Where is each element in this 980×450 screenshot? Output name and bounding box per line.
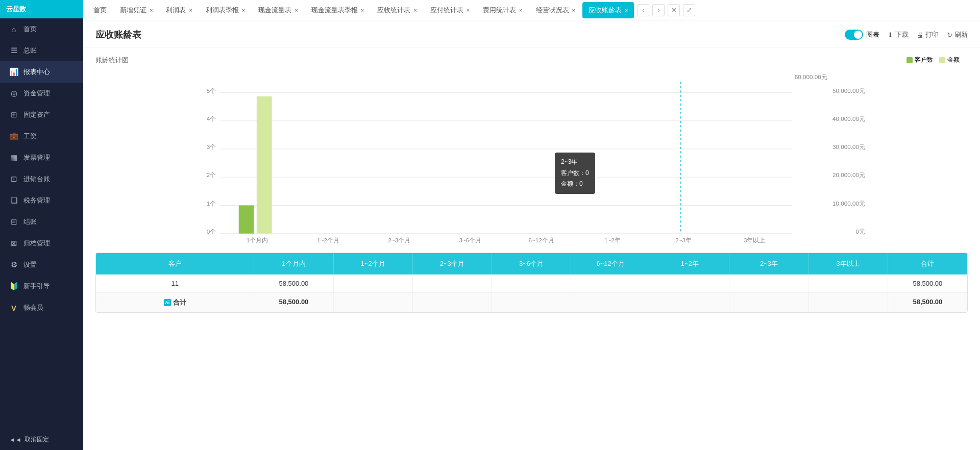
svg-text:1个: 1个 — [207, 200, 216, 207]
th-y23: 2~3年 — [729, 253, 808, 274]
tf-y3p — [809, 293, 888, 312]
sidebar-item-invoice[interactable]: ▦ 发票管理 — [0, 147, 83, 168]
svg-text:60,000.00元: 60,000.00元 — [795, 73, 827, 80]
chart-area: 账龄统计图 客户数 金额 0个 1个 2个 3个 4个 — [83, 47, 980, 253]
th-y12: 1~2年 — [650, 253, 729, 274]
tab-nav-next[interactable]: › — [652, 4, 665, 16]
sidebar-item-home[interactable]: ⌂ 首页 — [0, 18, 83, 40]
th-customer: 客户 — [96, 253, 254, 274]
tab-close-all[interactable]: ✕ — [668, 4, 680, 16]
th-m1: 1个月内 — [254, 253, 333, 274]
page-actions: 图表 ⬇ 下载 🖨 打印 ↻ 刷新 — [845, 30, 968, 40]
tab-home[interactable]: 首页 — [87, 2, 113, 18]
table-area: 客户 1个月内 1~2个月 2~3个月 3~6个月 6~12个月 1~2年 2~… — [95, 253, 968, 313]
salary-icon: 💼 — [9, 132, 18, 141]
tab-cashflow[interactable]: 现金流量表 × — [252, 2, 304, 18]
td-m1: 58,500.00 — [254, 274, 333, 292]
th-y3p: 3年以上 — [809, 253, 888, 274]
tax-icon: ❑ — [9, 196, 18, 205]
tab-voucher[interactable]: 新增凭证 × — [114, 2, 159, 18]
sidebar-item-label: 进销台账 — [23, 174, 50, 184]
sidebar-item-label: 税务管理 — [23, 196, 50, 205]
sidebar-item-funds[interactable]: ◎ 资金管理 — [0, 83, 83, 104]
sidebar-unpin-button[interactable]: ◄◄ 取消固定 — [0, 429, 83, 450]
tab-close-expense-stats[interactable]: × — [519, 7, 522, 13]
sidebar-item-reports[interactable]: 📊 报表中心 — [0, 61, 83, 83]
chart-svg: 0个 1个 2个 3个 4个 5个 0元 10,000.00元 20,000.0… — [95, 71, 968, 244]
svg-text:20,000.00元: 20,000.00元 — [832, 171, 865, 178]
svg-text:6~12个月: 6~12个月 — [528, 237, 554, 243]
sidebar: 云星数 ⌂ 首页 ☰ 总账 📊 报表中心 ◎ 资金管理 ⊞ 固定资产 💼 工资 … — [0, 0, 83, 450]
ledger-icon: ☰ — [9, 46, 18, 55]
sidebar-item-label: 工资 — [23, 132, 37, 141]
tf-m1: 58,500.00 — [254, 293, 333, 312]
sidebar-item-close[interactable]: ⊟ 结账 — [0, 211, 83, 233]
sidebar-item-label: 首页 — [23, 24, 37, 34]
sidebar-item-ledger[interactable]: ☰ 总账 — [0, 40, 83, 61]
tab-close-ar-stats[interactable]: × — [413, 7, 416, 13]
chart-toggle[interactable] — [845, 30, 863, 40]
refresh-button[interactable]: ↻ 刷新 — [947, 30, 968, 39]
tab-close-cashflow-season[interactable]: × — [361, 7, 364, 13]
svg-text:1~2个月: 1~2个月 — [317, 237, 339, 243]
print-button[interactable]: 🖨 打印 — [917, 30, 939, 39]
th-total: 合计 — [888, 253, 967, 274]
tf-m612 — [571, 293, 650, 312]
sidebar-item-archive[interactable]: ⊠ 归档管理 — [0, 233, 83, 254]
tab-nav-prev[interactable]: ‹ — [637, 4, 649, 16]
sidebar-item-vip[interactable]: V 畅会员 — [0, 297, 83, 318]
td-m612 — [571, 274, 650, 292]
bar-amount-0 — [257, 96, 272, 234]
legend-amount-label: 金额 — [947, 56, 960, 64]
tab-close-ar-aging[interactable]: × — [625, 7, 628, 13]
tf-y12 — [650, 293, 729, 312]
tab-ar-stats[interactable]: 应收统计表 × — [371, 2, 423, 18]
tab-profit[interactable]: 利润表 × — [160, 2, 198, 18]
tab-close-profit-season[interactable]: × — [242, 7, 245, 13]
close-accounts-icon: ⊟ — [9, 217, 18, 227]
svg-text:3年以上: 3年以上 — [744, 237, 766, 243]
tab-close-ap-stats[interactable]: × — [467, 7, 470, 13]
page-title: 应收账龄表 — [95, 29, 141, 41]
legend-amount-dot — [939, 57, 945, 63]
sidebar-item-settings[interactable]: ⚙ 设置 — [0, 254, 83, 276]
sidebar-item-label: 设置 — [23, 260, 37, 269]
tab-expense-stats[interactable]: 费用统计表 × — [477, 2, 528, 18]
table-footer: Ai 合计 58,500.00 58,500.00 — [96, 293, 967, 312]
svg-text:2~3年: 2~3年 — [675, 237, 692, 243]
footer-icon: Ai — [164, 299, 171, 306]
tab-ar-aging[interactable]: 应收账龄表 × — [582, 2, 634, 18]
sidebar-item-assets[interactable]: ⊞ 固定资产 — [0, 104, 83, 126]
sidebar-item-tax[interactable]: ❑ 税务管理 — [0, 190, 83, 211]
print-icon: 🖨 — [917, 31, 923, 39]
tab-expand[interactable]: ⤢ — [683, 4, 695, 16]
tab-close-profit[interactable]: × — [189, 7, 192, 13]
tab-close-voucher[interactable]: × — [150, 7, 153, 13]
sidebar-item-label: 固定资产 — [23, 110, 50, 119]
sidebar-item-label: 报表中心 — [23, 67, 50, 77]
th-m612: 6~12个月 — [571, 253, 650, 274]
guide-icon: 🔰 — [9, 282, 18, 291]
funds-icon: ◎ — [9, 89, 18, 98]
archive-icon: ⊠ — [9, 239, 18, 248]
tab-close-cashflow[interactable]: × — [295, 7, 298, 13]
svg-text:10,000.00元: 10,000.00元 — [832, 200, 865, 207]
sidebar-item-sales[interactable]: ⊡ 进销台账 — [0, 168, 83, 190]
unpin-icon: ◄◄ — [9, 436, 21, 443]
tab-cashflow-season[interactable]: 现金流量表季报 × — [305, 2, 370, 18]
svg-text:1~2年: 1~2年 — [604, 237, 621, 243]
download-button[interactable]: ⬇ 下载 — [888, 30, 909, 39]
tab-biz-status[interactable]: 经营状况表 × — [530, 2, 581, 18]
td-y23 — [729, 274, 808, 292]
sidebar-item-label: 发票管理 — [23, 153, 50, 162]
tab-close-biz-status[interactable]: × — [572, 7, 575, 13]
sidebar-item-salary[interactable]: 💼 工资 — [0, 126, 83, 147]
tab-ap-stats[interactable]: 应付统计表 × — [424, 2, 476, 18]
tab-profit-season[interactable]: 利润表季报 × — [200, 2, 251, 18]
sales-icon: ⊡ — [9, 174, 18, 184]
download-icon: ⬇ — [888, 31, 893, 39]
td-customer: 11 — [96, 274, 254, 292]
svg-text:30,000.00元: 30,000.00元 — [832, 143, 865, 150]
sidebar-item-guide[interactable]: 🔰 新手引导 — [0, 276, 83, 297]
vip-icon: V — [9, 304, 18, 312]
